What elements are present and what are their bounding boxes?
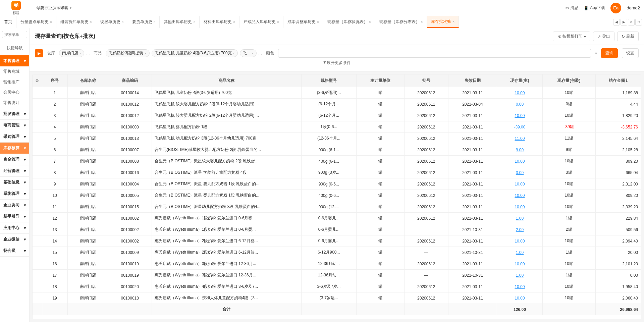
sidebar-section-ecommerce-title[interactable]: 电商管理 ▾ <box>0 120 29 131</box>
cell-qty-pkg: 1罐 <box>542 247 595 258</box>
tab-close-batch[interactable]: × <box>452 20 454 23</box>
sidebar-section-corp-wechat-title[interactable]: 企业微信 ▾ <box>0 234 29 245</box>
tab-close-pick[interactable]: × <box>122 20 124 24</box>
qty-main-link[interactable]: 10.00 <box>515 91 525 95</box>
sidebar-section-basic-title[interactable]: 基础信息 ▾ <box>0 177 29 188</box>
tab-stock-status[interactable]: 现存量（库存状况表） × <box>323 16 375 28</box>
sidebar-item-member[interactable]: 会员中心 <box>0 87 29 98</box>
workspace-selector[interactable]: 母婴行业演示账套 ▾ <box>34 4 74 12</box>
remove-p2-tag[interactable]: × <box>233 51 235 55</box>
sidebar-section-changyuanm-title[interactable]: 畅会员 ▾ <box>0 245 29 256</box>
sidebar-section-guide-title[interactable]: 新手引导 ▾ <box>0 211 29 222</box>
tab-require[interactable]: 要货单历史 × <box>128 16 160 28</box>
qty-main-link[interactable]: 10.00 <box>515 193 525 198</box>
qty-main-link[interactable]: 9.00 <box>516 148 524 152</box>
app-download-action[interactable]: 📱 App下载 <box>584 5 605 11</box>
filter-tag-p2[interactable]: 飞鹤星飞帆 儿童奶粉 4段(3-6岁适用) 700克 × <box>152 49 238 57</box>
export-button[interactable]: ↗ 导出 <box>593 32 614 41</box>
sidebar-item-retail-stats[interactable]: 零售统计 <box>0 98 29 108</box>
qty-main-link[interactable]: 10.00 <box>515 182 525 186</box>
qty-main-link[interactable]: 2.00 <box>516 227 524 232</box>
cell-expire: 2021-03-11 <box>448 190 497 201</box>
tab-close-other-out[interactable]: × <box>193 20 195 24</box>
cell-qty-main: 10.00 <box>497 190 543 201</box>
tab-close-product-in[interactable]: × <box>277 20 279 24</box>
remove-p3-tag[interactable]: × <box>251 51 253 55</box>
qty-main-link[interactable]: 10.00 <box>515 113 525 118</box>
sidebar-section-system-title[interactable]: 系统管理 ▾ <box>0 188 29 199</box>
sidebar-item-retail-shop[interactable]: 零售商城 <box>0 66 29 77</box>
remove-p1-tag[interactable]: × <box>144 51 146 55</box>
filter-expand-btn[interactable]: ▶ <box>35 49 43 57</box>
qty-main-link[interactable]: -39.00 <box>514 125 525 129</box>
tab-pick[interactable]: 调拨单历史 × <box>96 16 128 28</box>
sidebar-item-marketing[interactable]: 营销推广 <box>0 77 29 87</box>
color-filter-input[interactable] <box>278 49 591 58</box>
product-filter-label: 商品 <box>94 50 102 56</box>
sidebar-section-retail-title[interactable]: 零售管理 ▾ <box>0 55 29 66</box>
cell-name: 惠氏启赋（Wyeth illuma）3段奶粉 爱尔兰进口 12-36月... <box>152 270 302 281</box>
expand-more-conditions[interactable]: ▼ 展开更多条件 <box>35 58 639 68</box>
qty-main-link[interactable]: 10.00 <box>515 239 525 244</box>
tab-batch[interactable]: 库存批次账 × <box>427 16 459 28</box>
tab-material-out[interactable]: 材料出库单历史 × <box>200 16 239 28</box>
tab-cost-adjust[interactable]: 成本调整单历史 × <box>283 16 323 28</box>
color-dropdown-icon[interactable]: ▾ <box>595 51 597 56</box>
column-settings-icon[interactable]: ⚙ <box>35 78 39 83</box>
tab-disassemble[interactable]: 组装拆卸单历史 × <box>56 16 96 28</box>
qty-main-link[interactable]: 10.00 <box>515 159 525 164</box>
tab-home[interactable]: 首页 <box>0 16 16 28</box>
filter-tag-nanan[interactable]: 南岸门店 × <box>59 49 84 57</box>
tab-scroll-left[interactable]: ◀ <box>613 19 620 25</box>
qty-main-link[interactable]: 0.00 <box>516 102 524 107</box>
qty-main-link[interactable]: 1.00 <box>516 250 524 255</box>
tab-close-stock-status[interactable]: × <box>369 20 371 24</box>
qty-main-link[interactable]: 10.00 <box>515 205 525 209</box>
user-avatar[interactable]: Ea <box>610 3 621 13</box>
sidebar-section-wholesale-title[interactable]: 批发管理 ▾ <box>0 108 29 119</box>
row-settings <box>33 178 42 190</box>
warehouse-filter-more[interactable]: ... <box>86 51 90 56</box>
search-input[interactable] <box>2 31 27 38</box>
tab-close-disassemble[interactable]: × <box>90 20 92 24</box>
tab-close-material-out[interactable]: × <box>233 20 235 24</box>
tab-other-out[interactable]: 其他出库单历史 × <box>160 16 200 28</box>
sidebar-nav: 快捷导航 <box>0 41 29 55</box>
qty-main-link[interactable]: 10.00 <box>515 296 525 301</box>
sidebar-section-app-center-title[interactable]: 应用中心 ▾ <box>0 222 29 233</box>
sidebar-section-operation-title[interactable]: 经营管理 ▾ <box>0 165 29 176</box>
message-action[interactable]: ✉ 消息 <box>566 5 578 11</box>
sidebar-section-inventory-title[interactable]: 库存核算 ▾ <box>0 143 29 154</box>
qty-main-link[interactable]: 3.00 <box>516 170 524 175</box>
query-button[interactable]: 查询 <box>601 48 618 58</box>
tab-split[interactable]: 分量盘点单历史 × <box>16 16 56 28</box>
tab-product-in[interactable]: 产成品入库单历史 × <box>239 16 283 28</box>
tab-scroll-right[interactable]: ▶ <box>621 19 627 25</box>
print-button[interactable]: 🖨 按模板打印 ▾ <box>553 32 590 41</box>
sidebar-item-quick-nav[interactable]: 快捷导航 <box>0 43 29 54</box>
filter-tag-p3[interactable]: 飞... × <box>240 49 256 57</box>
settings-button[interactable]: 设置 <box>622 48 639 58</box>
tab-close-all[interactable]: ✕ <box>628 19 635 25</box>
remove-nanan-tag[interactable]: × <box>79 51 81 55</box>
tab-close-cost-adjust[interactable]: × <box>317 20 319 24</box>
tab-close-stock-dist[interactable]: × <box>421 20 423 24</box>
filter-tag-p1[interactable]: 飞鹤奶粉3段两提装 × <box>106 49 149 57</box>
tab-maximize[interactable]: □ <box>635 19 642 25</box>
product-filter-more[interactable]: ... <box>259 51 262 56</box>
qty-main-link[interactable]: 10.00 <box>515 284 525 289</box>
tab-close-split[interactable]: × <box>50 20 52 24</box>
qty-main-link[interactable]: 11.00 <box>515 136 525 141</box>
qty-main-link[interactable]: 10.00 <box>515 262 525 266</box>
qty-main-link[interactable]: 1.00 <box>516 216 524 221</box>
sidebar-section-corp-title[interactable]: 企业协同 ▾ <box>0 200 29 211</box>
tab-close-require[interactable]: × <box>154 20 156 24</box>
refresh-button[interactable]: ↻ 刷新 <box>617 32 639 41</box>
sidebar-section-finance-title[interactable]: 资金管理 ▾ <box>0 154 29 165</box>
user-name[interactable]: demo2 <box>627 5 640 10</box>
sidebar-section-purchase-title[interactable]: 采购管理 ▾ <box>0 131 29 142</box>
qty-main-link[interactable]: 1.00 <box>516 273 524 278</box>
product-filter-tags: 飞鹤奶粉3段两提装 × 飞鹤星飞帆 儿童奶粉 4段(3-6岁适用) 700克 ×… <box>106 49 262 57</box>
tab-stock-dist[interactable]: 现存量（库存分布表） × <box>375 16 427 28</box>
table-row: 3 南岸门店 00100012 飞鹤星飞帆 较大婴儿配方奶粉 2段(6-12个月… <box>33 110 641 121</box>
